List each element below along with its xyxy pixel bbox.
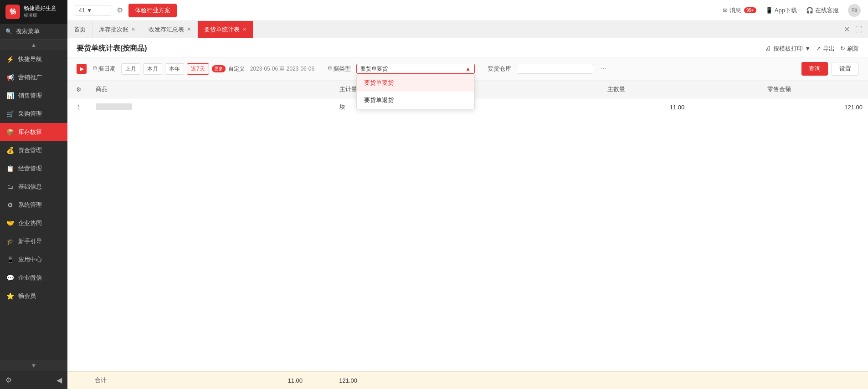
sidebar-item-inventory[interactable]: 📦 库存核算: [0, 123, 67, 141]
tab-order-stats-close[interactable]: ✕: [242, 26, 247, 32]
tab-order-stats[interactable]: 要货单统计表 ✕: [198, 21, 253, 38]
app-subtitle: 标准版: [24, 12, 56, 19]
refresh-label: 刷新: [847, 45, 859, 53]
export-btn[interactable]: ↗ 导出: [816, 45, 835, 53]
quick-nav-icon: ⚡: [5, 56, 15, 63]
sidebar-item-quick-nav[interactable]: ⚡ 快捷导航: [0, 50, 67, 68]
total-bar: 合计 11.00 121.00: [67, 371, 868, 389]
sidebar-item-label-finance: 资金管理: [18, 146, 42, 154]
sidebar-item-label-operation: 经营管理: [18, 164, 42, 173]
tab-receivable[interactable]: 收发存汇总表 ✕: [142, 21, 198, 38]
sidebar-item-member[interactable]: ⭐ 畅会员: [0, 287, 67, 305]
sidebar-scroll-up[interactable]: ▲: [0, 40, 67, 50]
tab-inventory-batch-close[interactable]: ✕: [131, 26, 135, 32]
sidebar-item-label-quick-nav: 快捷导航: [18, 55, 42, 63]
total-qty: 11.00: [259, 377, 313, 384]
messages-btn[interactable]: ✉ 消息 99+: [723, 6, 756, 15]
topbar-right: ✉ 消息 99+ 📱 App下载 🎧 在线客服 Rit: [723, 4, 861, 17]
tab-inventory-batch[interactable]: 库存批次账 ✕: [92, 21, 142, 38]
search-label: 搜索菜单: [16, 27, 40, 36]
warehouse-filter-input[interactable]: [517, 64, 593, 74]
sidebar-footer: ⚙ ◀: [0, 371, 67, 389]
appstore-icon: 📱: [5, 256, 15, 263]
type-filter-arrow[interactable]: ▲: [465, 66, 471, 72]
col-amount: 零售金额: [690, 81, 868, 98]
date-filter-group: 上月 本月 本年 近7天 更多 自定义: [121, 63, 245, 75]
settings-btn[interactable]: 设置: [832, 62, 859, 76]
app-download-btn[interactable]: 📱 App下载: [765, 6, 797, 15]
collapse-icon[interactable]: ◀: [56, 376, 62, 384]
tab-receivable-close[interactable]: ✕: [187, 26, 191, 32]
tab-receivable-label: 收发存汇总表: [149, 26, 184, 34]
date-this-year[interactable]: 本年: [165, 63, 184, 75]
date-this-month[interactable]: 本月: [143, 63, 162, 75]
col-settings[interactable]: ⚙: [67, 81, 90, 98]
system-icon: ⚙: [5, 201, 15, 209]
dropdown-item-order-delivery[interactable]: 要货单要货: [357, 74, 474, 92]
filter-actions: 查询 设置: [801, 62, 859, 76]
online-service-btn[interactable]: 🎧 在线客服: [806, 6, 839, 15]
type-filter-wrap: ▲ 要货单要货 要货单退货: [356, 64, 475, 74]
type-filter-input[interactable]: [360, 66, 465, 72]
print-btn[interactable]: 🖨 按模板打印 ▼: [765, 45, 811, 53]
basic-icon: 🗂: [5, 183, 15, 190]
settings-icon[interactable]: ⚙: [5, 376, 12, 384]
sidebar-item-label-member: 畅会员: [18, 292, 36, 300]
app-icon: 📱: [765, 7, 773, 14]
content-area: 要货单统计表(按商品) 🖨 按模板打印 ▼ ↗ 导出 ↻ 刷新: [67, 38, 868, 389]
date-last-month[interactable]: 上月: [121, 63, 140, 75]
tab-order-stats-label: 要货单统计表: [204, 26, 240, 34]
sidebar-item-basic[interactable]: 🗂 基础信息: [0, 178, 67, 196]
message-icon: ✉: [723, 7, 728, 14]
sidebar-header: 畅 畅捷通好生意 标准版: [0, 0, 67, 24]
app-logo: 畅: [5, 5, 20, 19]
tabs-expand-icon[interactable]: ⛶: [853, 24, 864, 36]
sidebar-item-sales[interactable]: 📊 销售管理: [0, 87, 67, 105]
sidebar-search[interactable]: 🔍 搜索菜单: [0, 24, 67, 40]
sidebar-item-label-marketing: 营销推广: [18, 73, 42, 82]
type-filter-input-wrap[interactable]: ▲: [356, 64, 475, 74]
topbar-gear-icon[interactable]: ⚙: [117, 6, 123, 15]
operation-icon: 📋: [5, 165, 15, 172]
date-custom-btn[interactable]: 自定义: [228, 65, 245, 73]
filter-expand-btn[interactable]: ▶: [77, 64, 87, 74]
print-label: 按模板打印: [773, 45, 803, 53]
sidebar-item-wechat[interactable]: 💬 企业微信: [0, 269, 67, 287]
app-download-label: App下载: [775, 6, 797, 15]
sidebar-item-label-purchase: 采购管理: [18, 110, 42, 118]
query-btn[interactable]: 查询: [801, 62, 828, 76]
sidebar-item-label-system: 系统管理: [18, 201, 42, 209]
member-icon: ⭐: [5, 292, 15, 300]
date-last-7-days[interactable]: 近7天: [187, 63, 209, 75]
warehouse-more-icon[interactable]: ···: [601, 65, 606, 73]
sidebar-item-operation[interactable]: 📋 经营管理: [0, 159, 67, 178]
page-title-bar: 要货单统计表(按商品) 🖨 按模板打印 ▼ ↗ 导出 ↻ 刷新: [67, 38, 868, 57]
messages-badge: 99+: [744, 7, 756, 13]
page-actions: 🖨 按模板打印 ▼ ↗ 导出 ↻ 刷新: [765, 45, 859, 53]
tabs-close-all-icon[interactable]: ✕: [842, 23, 852, 36]
sidebar-item-finance[interactable]: 💰 资金管理: [0, 141, 67, 159]
filter-bar: ▶ 单据日期 上月 本月 本年 近7天 更多 自定义 2023-05-06 至 …: [67, 57, 868, 81]
refresh-btn[interactable]: ↻ 刷新: [840, 45, 859, 53]
sidebar-item-system[interactable]: ⚙ 系统管理: [0, 196, 67, 214]
sidebar-item-label-appstore: 应用中心: [18, 256, 42, 264]
user-label: Rit: [852, 8, 857, 13]
sidebar-item-guide[interactable]: 🎓 新手引导: [0, 232, 67, 251]
sidebar-item-appstore[interactable]: 📱 应用中心: [0, 251, 67, 269]
tab-home-label: 首页: [74, 26, 86, 34]
sidebar-item-marketing[interactable]: 📢 营销推广: [0, 68, 67, 87]
search-icon: 🔍: [5, 28, 12, 35]
dropdown-item-order-return[interactable]: 要货单退货: [357, 92, 474, 109]
expand-icon: ▶: [80, 66, 84, 72]
tab-home[interactable]: 首页: [67, 21, 92, 38]
sidebar-item-label-inventory: 库存核算: [18, 128, 42, 136]
export-label: 导出: [823, 45, 835, 53]
user-avatar-btn[interactable]: Rit: [848, 4, 861, 17]
sidebar-item-purchase[interactable]: 🛒 采购管理: [0, 105, 67, 123]
store-selector[interactable]: 41 ▼: [75, 5, 111, 16]
sidebar-scroll-down[interactable]: ▼: [0, 360, 67, 371]
row-amount: 121.00: [690, 98, 868, 116]
sidebar-item-enterprise[interactable]: 🤝 企业协同: [0, 214, 67, 232]
row-index: 1: [67, 98, 90, 116]
industry-btn[interactable]: 体验行业方案: [128, 4, 177, 17]
